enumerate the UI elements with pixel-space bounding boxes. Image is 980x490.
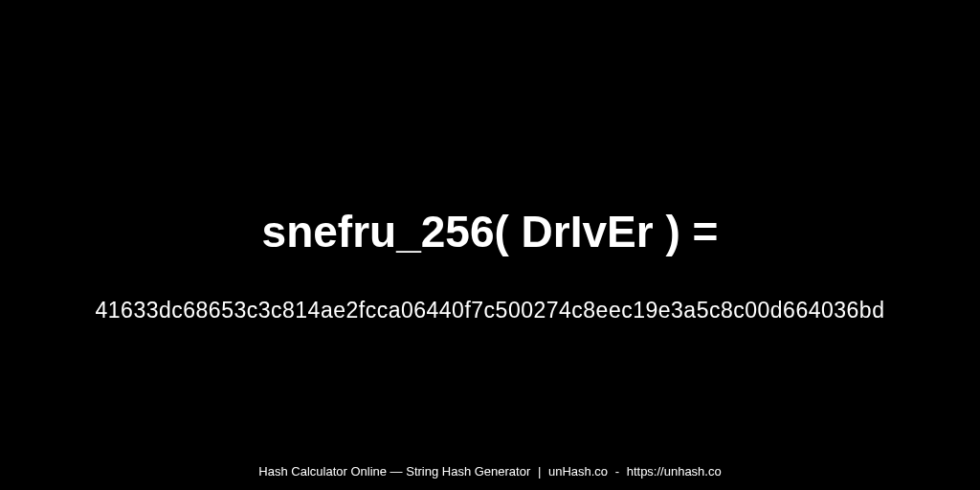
footer-title: Hash Calculator Online — String Hash Gen… <box>258 464 530 479</box>
footer: Hash Calculator Online — String Hash Gen… <box>0 464 980 479</box>
footer-separator-2: - <box>615 464 619 479</box>
hash-expression: snefru_256( DrIvEr ) = <box>262 206 719 257</box>
footer-separator: | <box>538 464 541 479</box>
footer-url: https://unhash.co <box>627 464 722 479</box>
main-content: snefru_256( DrIvEr ) = 41633dc68653c3c81… <box>0 0 980 490</box>
footer-site-name: unHash.co <box>548 464 608 479</box>
hash-result: 41633dc68653c3c814ae2fcca06440f7c500274c… <box>96 298 885 323</box>
